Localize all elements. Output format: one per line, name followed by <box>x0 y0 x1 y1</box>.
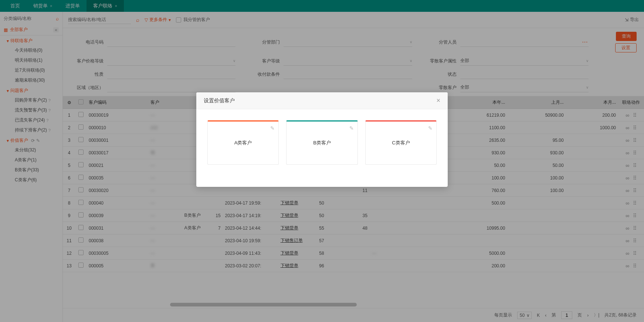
modal-title: 设置价值客户 <box>204 97 235 104</box>
category-label: B类客户 <box>313 140 331 146</box>
edit-icon[interactable]: ✎ <box>270 125 275 131</box>
category-label: C类客户 <box>392 140 410 146</box>
category-label: A类客户 <box>234 140 252 146</box>
category-card-b[interactable]: ✎ B类客户 <box>286 120 357 165</box>
edit-icon[interactable]: ✎ <box>428 125 433 131</box>
category-card-c[interactable]: ✎ C类客户 <box>365 120 437 165</box>
value-customer-modal: 设置价值客户 × ✎ A类客户 ✎ B类客户 ✎ C类客户 <box>196 92 448 187</box>
category-card-a[interactable]: ✎ A类客户 <box>207 120 279 165</box>
close-icon[interactable]: × <box>436 97 440 105</box>
modal-overlay[interactable]: 设置价值客户 × ✎ A类客户 ✎ B类客户 ✎ C类客户 <box>0 0 644 322</box>
edit-icon[interactable]: ✎ <box>349 125 354 131</box>
